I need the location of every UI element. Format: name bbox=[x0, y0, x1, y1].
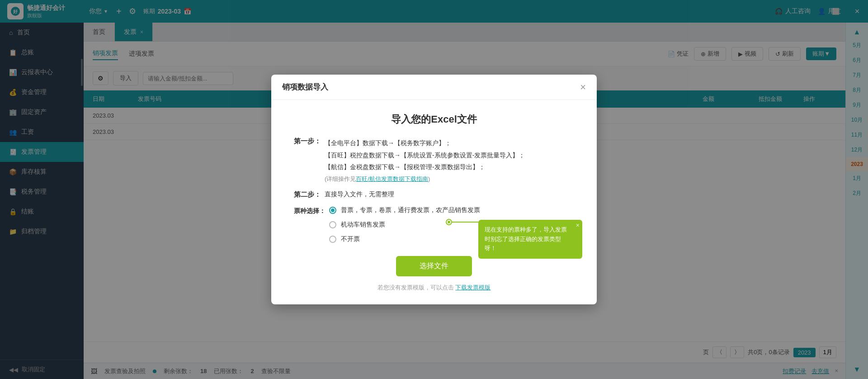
step1-link-row: (详细操作见百旺/航信发票数据下载指南) bbox=[325, 175, 525, 183]
step2-row: 第二步： 直接导入文件，无需整理 bbox=[294, 190, 574, 199]
download-guide-link[interactable]: 百旺/航信发票数据下载指南 bbox=[356, 175, 428, 182]
tooltip-container: 现在支持的票种多了，导入发票时别忘了选择正确的发票类型呀！ × bbox=[447, 220, 582, 259]
ticket-label: 票种选择： bbox=[294, 206, 326, 243]
modal: 销项数据导入 × 导入您的Excel文件 第一步： 【全电平台】数据下载→【税务… bbox=[271, 75, 597, 304]
template-hint-text: 若您没有发票模版，可以点击 bbox=[377, 284, 454, 291]
tooltip-bubble: 现在支持的票种多了，导入发票时别忘了选择正确的发票类型呀！ × bbox=[478, 220, 582, 259]
step1-line1: 【全电平台】数据下载→【税务数字账户】； bbox=[325, 137, 525, 149]
step1-line2: 【百旺】税控盘数据下载→【系统设置-系统参数设置-发票批量导入】； bbox=[325, 149, 525, 161]
step1-row: 第一步： 【全电平台】数据下载→【税务数字账户】； 【百旺】税控盘数据下载→【系… bbox=[294, 137, 574, 183]
modal-title: 销项数据导入 bbox=[282, 82, 328, 92]
step1-line3: 【航信】金税盘数据下载→【报税管理-发票数据导出】； bbox=[325, 161, 525, 173]
step2-label: 第二步： bbox=[294, 190, 321, 199]
modal-header: 销项数据导入 × bbox=[271, 75, 597, 100]
radio-normal bbox=[329, 207, 336, 214]
template-hint: 若您没有发票模版，可以点击 下载发票模版 bbox=[294, 284, 574, 295]
tooltip-close-button[interactable]: × bbox=[576, 222, 580, 229]
tooltip-text: 现在支持的票种多了，导入发票时别忘了选择正确的发票类型呀！ bbox=[485, 226, 567, 252]
ticket-options: 普票，专票，卷票，通行费发票，农产品销售发票 机动车销售发票 不开票 bbox=[329, 206, 480, 243]
modal-big-title: 导入您的Excel文件 bbox=[294, 113, 574, 126]
step2-text: 直接导入文件，无需整理 bbox=[325, 190, 394, 199]
modal-body: 导入您的Excel文件 第一步： 【全电平台】数据下载→【税务数字账户】； 【百… bbox=[271, 100, 597, 304]
step1-content: 【全电平台】数据下载→【税务数字账户】； 【百旺】税控盘数据下载→【系统设置-系… bbox=[325, 137, 525, 183]
modal-close-button[interactable]: × bbox=[580, 82, 586, 92]
ticket-selection: 票种选择： 普票，专票，卷票，通行费发票，农产品销售发票 机动车销售发票 bbox=[294, 206, 574, 243]
ticket-option-normal[interactable]: 普票，专票，卷票，通行费发票，农产品销售发票 bbox=[329, 206, 480, 214]
radio-motor bbox=[329, 221, 336, 228]
radio-none bbox=[329, 236, 336, 243]
modal-overlay: 销项数据导入 × 导入您的Excel文件 第一步： 【全电平台】数据下载→【税务… bbox=[0, 0, 868, 379]
tooltip-dot bbox=[447, 220, 451, 224]
select-file-button[interactable]: 选择文件 bbox=[396, 256, 472, 276]
download-template-link[interactable]: 下载发票模版 bbox=[455, 284, 491, 291]
step1-label: 第一步： bbox=[294, 137, 321, 183]
